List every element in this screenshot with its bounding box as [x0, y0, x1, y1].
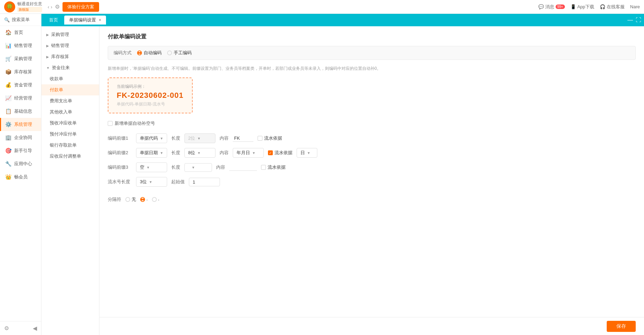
separator-none[interactable]: 无 [125, 196, 136, 203]
nav-back-icon[interactable]: ‹ [48, 4, 49, 10]
sidebar-item-apps[interactable]: 🔧 应用中心 [0, 157, 41, 170]
industry-button[interactable]: 体验行业方案 [63, 2, 99, 12]
prefix3-content-label: 内容 [216, 164, 225, 170]
prefix1-length-label: 长度 [171, 135, 180, 141]
auto-fill-row: 新增单据自动补空号 [108, 120, 636, 127]
gear-icon[interactable]: ⚙ [55, 3, 60, 10]
prefix3-serial-check[interactable]: 流水依据 [261, 164, 286, 170]
prefix1-select[interactable]: 单据代码 ▼ [136, 133, 167, 143]
settings-bottom-icon[interactable]: ⚙ [4, 325, 9, 332]
left-nav-child-payment[interactable]: 付款单 [41, 84, 99, 95]
serial-length-select[interactable]: 3位 ▼ [136, 177, 167, 187]
left-nav-child-bank[interactable]: 银行存取款单 [41, 140, 99, 151]
prefix2-length-arrow: ▼ [197, 151, 201, 155]
left-nav-group-inventory: ▶ 库存核算 [41, 51, 99, 62]
prefix2-select[interactable]: 单据日期 ▼ [136, 148, 167, 158]
collapse-icon[interactable]: ◀ [33, 325, 37, 332]
info-tip: 新增单据时，'单据编码'自动生成、不可编辑。前缀设置为部门、业务员等档案类，开单… [108, 65, 636, 72]
auto-encode-radio-circle [137, 50, 142, 55]
service-button[interactable]: 🎧 在线客服 [600, 4, 625, 10]
tab-home[interactable]: 首页 [44, 16, 63, 25]
prefix1-select-arrow: ▼ [160, 137, 163, 140]
content-area: ▶ 采购管理 ▶ 销售管理 ▶ 库存核算 ▼ 资金往来 [41, 26, 644, 335]
manual-encode-radio-circle [167, 50, 172, 55]
tab-current[interactable]: 单据编码设置 × [64, 16, 106, 25]
prefix2-serial-checkbox[interactable]: ✓ [268, 150, 273, 155]
left-nav-child-other-income[interactable]: 其他收入单 [41, 106, 99, 118]
prefix1-label: 编码前缀1 [108, 135, 132, 141]
left-nav-sales[interactable]: ▶ 销售管理 [41, 40, 99, 51]
sidebar-item-member[interactable]: 👑 畅会员 [0, 170, 41, 184]
page-title: 付款单编码设置 [108, 33, 636, 40]
prefix3-length-select[interactable]: ▼ [184, 163, 212, 172]
sidebar-item-sales[interactable]: 📊 销售管理 [0, 39, 41, 52]
auto-encode-radio[interactable]: 自动编码 [137, 50, 162, 56]
prefix3-select[interactable]: 空 ▼ [136, 162, 167, 172]
user-name[interactable]: Nare [630, 4, 640, 9]
encode-method-radio-group: 自动编码 手工编码 [137, 50, 192, 56]
nav-forward-icon[interactable]: › [51, 4, 52, 10]
sidebar-item-system[interactable]: ⚙️ 系统管理 [0, 118, 41, 131]
form-row-prefix1: 编码前缀1 单据代码 ▼ 长度 2位 ▼ 内容 [108, 133, 636, 143]
member-icon: 👑 [5, 174, 11, 180]
manual-encode-radio[interactable]: 手工编码 [167, 50, 192, 56]
separator-dot2[interactable]: · [152, 197, 160, 202]
left-nav-finance[interactable]: ▼ 资金往来 [41, 62, 99, 73]
tab-bar-actions: — ⛶ [627, 17, 641, 23]
sidebar-bottom: ⚙ ◀ [0, 321, 41, 335]
prefix1-length-arrow: ▼ [197, 137, 201, 140]
sidebar-item-base[interactable]: 📋 基础信息 [0, 105, 41, 118]
finance-icon: 💰 [5, 82, 11, 88]
separator-none-circle [125, 197, 130, 202]
download-button[interactable]: 📱 App下载 [570, 4, 594, 10]
arrow-right-icon2: ▶ [46, 44, 49, 48]
prefix3-serial-checkbox[interactable] [261, 165, 266, 170]
sidebar-item-finance[interactable]: 💰 资金管理 [0, 78, 41, 92]
operations-icon: 📈 [5, 95, 11, 101]
left-nav-inventory[interactable]: ▶ 库存核算 [41, 51, 99, 62]
code-preview-value: FK-20230602-001 [117, 91, 184, 100]
prefix2-length-select[interactable]: 8位 ▼ [184, 148, 215, 158]
left-nav-group-purchase: ▶ 采购管理 [41, 29, 99, 40]
sidebar-item-operations[interactable]: 📈 经营管理 [0, 92, 41, 105]
start-value-input[interactable] [189, 178, 220, 186]
auto-fill-checkbox[interactable] [108, 121, 113, 126]
tab-fullscreen-icon[interactable]: ⛶ [636, 17, 641, 23]
left-nav-child-prepay-receivable[interactable]: 预收冲应收单 [41, 118, 99, 129]
service-icon: 🎧 [600, 4, 605, 9]
tab-close-icon[interactable]: × [99, 18, 101, 22]
app-logo: 🍀 畅通道好生意 旗舰版 [4, 1, 42, 12]
messages-button[interactable]: 💬 消息 99+ [538, 4, 565, 10]
sidebar-search[interactable]: 🔍 搜索菜单 [0, 14, 41, 26]
inventory-icon: 📦 [5, 69, 11, 75]
prefix2-serial-check[interactable]: ✓ 流水依据 [268, 150, 292, 156]
left-nav-child-adjust[interactable]: 应收应付调整单 [41, 151, 99, 162]
save-button[interactable]: 保存 [607, 321, 636, 332]
logo-badge: 旗舰版 [17, 7, 42, 12]
top-bar: 🍀 畅通道好生意 旗舰版 ‹ › ⚙ 体验行业方案 💬 消息 99+ 📱 App… [0, 0, 644, 14]
prefix2-serial-sub-select[interactable]: 日 ▼ [297, 148, 317, 158]
main-container: 首页 单据编码设置 × — ⛶ ▶ 采购管理 ▶ 销售管理 [41, 14, 644, 335]
sidebar-item-guide[interactable]: 🎯 新手引导 [0, 144, 41, 157]
sidebar-item-enterprise[interactable]: 🏢 企业协同 [0, 131, 41, 144]
start-value-label: 起始值 [171, 179, 185, 185]
prefix1-content-input[interactable] [233, 135, 253, 142]
tab-restore-icon[interactable]: — [627, 17, 633, 23]
prefix1-length-select[interactable]: 2位 ▼ [184, 133, 215, 143]
left-nav-child-expense[interactable]: 费用支出单 [41, 95, 99, 106]
left-nav-child-receipt[interactable]: 收款单 [41, 73, 99, 84]
prefix1-serial-checkbox[interactable] [258, 136, 262, 141]
prefix1-serial-check[interactable]: 流水依据 [258, 135, 282, 141]
sidebar-item-purchase[interactable]: 🛒 采购管理 [0, 52, 41, 65]
nav-arrows[interactable]: ‹ › [48, 4, 52, 10]
left-nav-child-prepay-payable[interactable]: 预付冲应付单 [41, 129, 99, 140]
sidebar-item-home[interactable]: 🏠 首页 [0, 26, 41, 39]
sidebar-item-inventory[interactable]: 📦 库存核算 [0, 65, 41, 78]
form-row-prefix2: 编码前缀2 单据日期 ▼ 长度 8位 ▼ 内容 年月日 [108, 148, 636, 158]
left-nav-purchase[interactable]: ▶ 采购管理 [41, 29, 99, 40]
prefix2-content-select[interactable]: 年月日 ▼ [233, 148, 264, 158]
prefix3-length-arrow: ▼ [192, 166, 195, 169]
separator-dot1[interactable]: · [140, 197, 148, 202]
prefix1-content-label: 内容 [220, 135, 229, 141]
prefix3-content-input[interactable] [229, 164, 257, 171]
